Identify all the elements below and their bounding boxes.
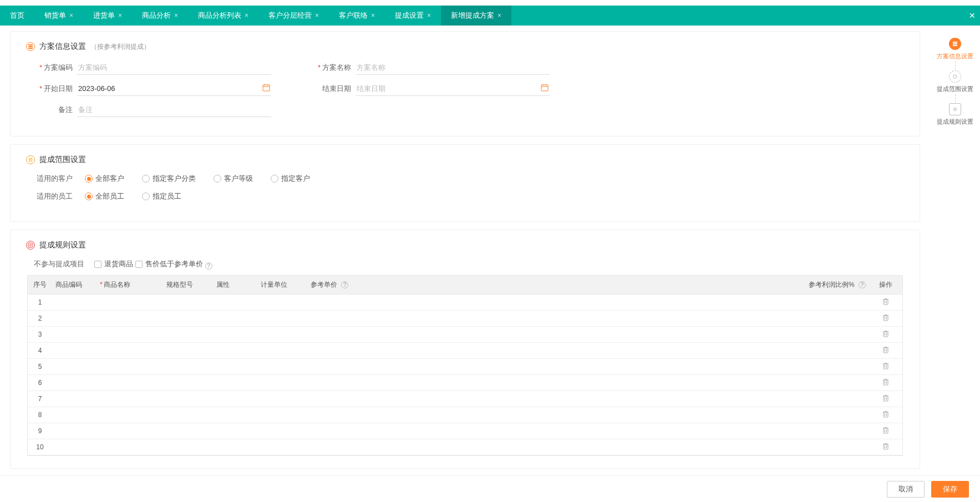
radio-option[interactable]: 客户等级	[214, 174, 253, 184]
radio-option[interactable]: 全部员工	[85, 191, 124, 201]
close-all-tabs-icon[interactable]: ✕	[969, 11, 976, 20]
checkbox-option[interactable]: 退货商品	[94, 259, 133, 269]
cell[interactable]	[97, 391, 163, 407]
tab-客户联络[interactable]: 客户联络×	[329, 6, 385, 26]
cell[interactable]	[257, 439, 307, 455]
delete-icon[interactable]	[882, 395, 889, 403]
calendar-icon[interactable]	[541, 84, 549, 93]
cell[interactable]	[52, 294, 97, 310]
delete-icon[interactable]	[882, 363, 889, 371]
radio-option[interactable]: 全部客户	[85, 174, 124, 184]
cell[interactable]	[257, 407, 307, 423]
delete-icon[interactable]	[882, 298, 889, 307]
cancel-button[interactable]: 取消	[887, 481, 925, 498]
tab-进货单[interactable]: 进货单×	[83, 6, 132, 26]
tab-新增提成方案[interactable]: 新增提成方案×	[441, 6, 511, 26]
cell[interactable]	[52, 439, 97, 455]
cell[interactable]	[163, 439, 213, 455]
cell[interactable]	[97, 374, 163, 391]
end-date-input[interactable]	[356, 82, 550, 96]
cell[interactable]	[307, 342, 588, 358]
radio-option[interactable]: 指定客户	[271, 174, 310, 184]
tab-close-icon[interactable]: ×	[118, 12, 122, 19]
cell[interactable]	[52, 407, 97, 423]
table-row[interactable]: 7	[28, 391, 902, 407]
cell[interactable]	[588, 439, 870, 455]
cell[interactable]	[307, 439, 588, 455]
cell[interactable]	[52, 391, 97, 407]
cell[interactable]	[163, 294, 213, 310]
cell[interactable]	[307, 358, 588, 374]
cell[interactable]	[163, 342, 213, 358]
cell[interactable]	[163, 407, 213, 423]
table-row[interactable]: 2	[28, 310, 902, 326]
delete-icon[interactable]	[882, 411, 889, 419]
table-row[interactable]: 8	[28, 407, 902, 423]
cell[interactable]	[163, 423, 213, 439]
save-button[interactable]: 保存	[931, 481, 969, 498]
help-icon[interactable]: ?	[859, 281, 866, 288]
tab-close-icon[interactable]: ×	[315, 12, 319, 19]
cell[interactable]	[307, 423, 588, 439]
table-row[interactable]: 10	[28, 439, 902, 455]
start-date-input[interactable]	[77, 82, 271, 96]
cell[interactable]	[307, 294, 588, 310]
cell[interactable]	[588, 310, 870, 326]
cell[interactable]	[163, 391, 213, 407]
delete-icon[interactable]	[882, 427, 889, 435]
cell[interactable]	[588, 342, 870, 358]
cell[interactable]	[257, 294, 307, 310]
step-nav-item[interactable]: 提成规则设置	[937, 103, 973, 126]
tab-客户分层经营[interactable]: 客户分层经营×	[258, 6, 329, 26]
cell[interactable]	[257, 326, 307, 342]
cell[interactable]	[97, 326, 163, 342]
plan-code-input[interactable]	[77, 60, 271, 75]
cell[interactable]	[307, 391, 588, 407]
cell[interactable]	[307, 374, 588, 391]
cell[interactable]	[213, 326, 257, 342]
cell[interactable]	[213, 439, 257, 455]
table-row[interactable]: 9	[28, 423, 902, 439]
remark-input[interactable]	[77, 103, 271, 117]
cell[interactable]	[588, 326, 870, 342]
table-row[interactable]: 5	[28, 358, 902, 374]
tab-close-icon[interactable]: ×	[497, 12, 501, 19]
cell[interactable]	[97, 439, 163, 455]
table-row[interactable]: 4	[28, 342, 902, 358]
cell[interactable]	[97, 358, 163, 374]
cell[interactable]	[97, 294, 163, 310]
cell[interactable]	[588, 423, 870, 439]
cell[interactable]	[52, 374, 97, 391]
cell[interactable]	[213, 310, 257, 326]
tab-close-icon[interactable]: ×	[69, 12, 73, 19]
cell[interactable]	[588, 294, 870, 310]
tab-商品分析列表[interactable]: 商品分析列表×	[188, 6, 258, 26]
cell[interactable]	[97, 423, 163, 439]
cell[interactable]	[213, 342, 257, 358]
cell[interactable]	[213, 374, 257, 391]
cell[interactable]	[213, 391, 257, 407]
table-row[interactable]: 6	[28, 374, 902, 391]
tab-close-icon[interactable]: ×	[427, 12, 431, 19]
cell[interactable]	[257, 374, 307, 391]
tab-提成设置[interactable]: 提成设置×	[385, 6, 441, 26]
cell[interactable]	[163, 310, 213, 326]
table-row[interactable]: 1	[28, 294, 902, 310]
cell[interactable]	[52, 423, 97, 439]
cell[interactable]	[52, 358, 97, 374]
cell[interactable]	[588, 391, 870, 407]
cell[interactable]	[588, 358, 870, 374]
cell[interactable]	[257, 342, 307, 358]
cell[interactable]	[163, 374, 213, 391]
checkbox-option[interactable]: 售价低于参考单价	[135, 259, 203, 269]
tab-close-icon[interactable]: ×	[174, 12, 178, 19]
radio-option[interactable]: 指定客户分类	[142, 174, 196, 184]
help-icon[interactable]: ?	[205, 262, 212, 270]
cell[interactable]	[52, 326, 97, 342]
cell[interactable]	[307, 326, 588, 342]
help-icon[interactable]: ?	[341, 281, 348, 288]
cell[interactable]	[213, 423, 257, 439]
plan-name-input[interactable]	[356, 60, 550, 75]
cell[interactable]	[213, 294, 257, 310]
cell[interactable]	[307, 407, 588, 423]
